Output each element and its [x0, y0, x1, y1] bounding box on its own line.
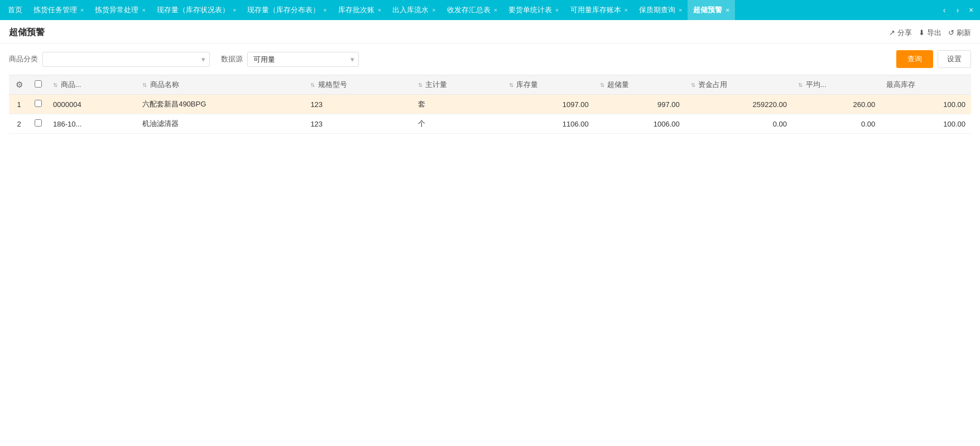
filter-category: 商品分类 — [9, 52, 210, 67]
filter-datasource: 数据源 可用量 库存量 — [221, 52, 359, 67]
row-avg-1: 0.00 — [792, 114, 881, 134]
datasource-select-wrapper: 可用量 库存量 — [247, 52, 359, 67]
category-select[interactable] — [42, 52, 210, 67]
sort-icon-capital[interactable]: ⇅ — [691, 82, 695, 88]
settings-button[interactable]: 设置 — [938, 50, 971, 68]
row-select-0[interactable] — [35, 100, 42, 107]
category-select-wrapper — [42, 52, 210, 67]
nav-arrows: ‹ › × — [938, 0, 978, 20]
share-label: 分享 — [897, 28, 912, 38]
sort-icon-code[interactable]: ⇅ — [53, 82, 57, 88]
nav-item-1[interactable]: 拣货任务管理 × — [28, 0, 89, 20]
nav-close-4[interactable]: × — [323, 0, 326, 20]
table-header-row: ⚙ ⇅ 商品... ⇅ 商品名称 ⇅ 规格型号 — [9, 75, 971, 95]
nav-prev-button[interactable]: ‹ — [938, 0, 951, 20]
col-product-name: ⇅ 商品名称 — [137, 75, 305, 95]
nav-close-3[interactable]: × — [233, 0, 236, 20]
row-spec-1: 123 — [305, 114, 412, 134]
nav-close-2[interactable]: × — [142, 0, 145, 20]
col-label-over: 超储量 — [607, 80, 629, 89]
nav-close-8[interactable]: × — [555, 0, 559, 20]
col-label-max: 最高库存 — [886, 80, 915, 89]
sort-icon-stock[interactable]: ⇅ — [509, 82, 513, 88]
filter-actions: 查询 设置 — [896, 50, 971, 68]
share-button[interactable]: ↗ 分享 — [889, 28, 912, 38]
gear-button[interactable]: ⚙ — [16, 80, 23, 90]
col-product-code: ⇅ 商品... — [47, 75, 137, 95]
row-avg-0: 260.00 — [792, 95, 881, 114]
filter-area: 商品分类 数据源 可用量 库存量 查询 设置 — [0, 43, 980, 75]
nav-label-11: 超储预警 — [693, 0, 722, 20]
nav-close-5[interactable]: × — [378, 0, 381, 20]
nav-label-5: 库存批次账 — [338, 0, 374, 20]
row-name-0: 六配套新昌490BPG — [137, 95, 305, 114]
row-over-storage-0: 997.00 — [594, 95, 685, 114]
table-body: 1 0000004 六配套新昌490BPG 123 套 1097.00 997.… — [9, 95, 971, 134]
share-icon: ↗ — [889, 28, 895, 37]
nav-item-9[interactable]: 可用量库存账本 × — [565, 0, 633, 20]
nav-item-10[interactable]: 保质期查询 × — [633, 0, 688, 20]
nav-label-4: 现存量（库存分布表） — [247, 0, 320, 20]
row-select-1[interactable] — [35, 119, 42, 127]
nav-label-6: 出入库流水 — [392, 0, 429, 20]
col-label-code: 商品... — [61, 80, 81, 89]
row-unit-1: 个 — [412, 114, 503, 134]
nav-label-1: 拣货任务管理 — [33, 0, 77, 20]
category-label: 商品分类 — [9, 54, 38, 64]
export-icon: ⬇ — [919, 28, 925, 37]
sort-icon-over[interactable]: ⇅ — [600, 82, 604, 88]
datasource-select[interactable]: 可用量 库存量 — [247, 52, 359, 67]
nav-item-7[interactable]: 收发存汇总表 × — [441, 0, 503, 20]
row-index-0: 1 — [9, 95, 29, 114]
sort-icon-name[interactable]: ⇅ — [142, 82, 147, 88]
select-all-checkbox[interactable] — [35, 80, 42, 88]
nav-close-7[interactable]: × — [494, 0, 497, 20]
nav-item-6[interactable]: 出入库流水 × — [387, 0, 441, 20]
row-spec-0: 123 — [305, 95, 412, 114]
row-max-stock-0: 100.00 — [881, 95, 971, 114]
refresh-button[interactable]: ↺ 刷新 — [948, 28, 971, 38]
nav-close-10[interactable]: × — [679, 0, 682, 20]
col-label-unit: 主计量 — [425, 80, 447, 89]
nav-item-8[interactable]: 要货单统计表 × — [503, 0, 564, 20]
export-button[interactable]: ⬇ 导出 — [919, 28, 941, 38]
header-actions: ↗ 分享 ⬇ 导出 ↺ 刷新 — [889, 28, 971, 38]
row-unit-0: 套 — [412, 95, 503, 114]
top-navigation: 首页 拣货任务管理 × 拣货异常处理 × 现存量（库存状况表） × 现存量（库存… — [0, 0, 980, 20]
nav-close-9[interactable]: × — [624, 0, 628, 20]
col-gear: ⚙ — [9, 75, 29, 95]
nav-next-button[interactable]: › — [951, 0, 964, 20]
table-container: ⚙ ⇅ 商品... ⇅ 商品名称 ⇅ 规格型号 — [0, 75, 980, 134]
table-row: 2 186-10... 机油滤清器 123 个 1106.00 1006.00 … — [9, 114, 971, 134]
nav-close-11[interactable]: × — [726, 0, 729, 20]
sort-icon-spec[interactable]: ⇅ — [310, 82, 315, 88]
row-max-stock-1: 100.00 — [881, 114, 971, 134]
nav-item-home[interactable]: 首页 — [2, 0, 28, 20]
nav-item-4[interactable]: 现存量（库存分布表） × — [242, 0, 332, 20]
col-checkbox — [29, 75, 47, 95]
nav-label-7: 收发存汇总表 — [447, 0, 491, 20]
nav-label-home: 首页 — [8, 0, 22, 20]
refresh-icon: ↺ — [948, 28, 954, 37]
row-index-1: 2 — [9, 114, 29, 134]
nav-label-10: 保质期查询 — [639, 0, 675, 20]
nav-item-11[interactable]: 超储预警 × — [688, 0, 734, 20]
col-capital: ⇅ 资金占用 — [685, 75, 792, 95]
col-unit: ⇅ 主计量 — [412, 75, 503, 95]
col-label-avg: 平均... — [806, 80, 827, 89]
nav-more-button[interactable]: × — [964, 0, 978, 20]
col-label-name: 商品名称 — [150, 80, 179, 89]
nav-close-6[interactable]: × — [432, 0, 435, 20]
nav-item-2[interactable]: 拣货异常处理 × — [89, 0, 151, 20]
page-container: 超储预警 ↗ 分享 ⬇ 导出 ↺ 刷新 商品分类 — [0, 20, 980, 446]
row-stock-1: 1106.00 — [503, 114, 594, 134]
sort-icon-avg[interactable]: ⇅ — [798, 82, 803, 88]
nav-item-3[interactable]: 现存量（库存状况表） × — [151, 0, 242, 20]
col-label-capital: 资金占用 — [698, 80, 727, 89]
query-button[interactable]: 查询 — [896, 50, 933, 68]
nav-close-1[interactable]: × — [80, 0, 84, 20]
col-spec: ⇅ 规格型号 — [305, 75, 412, 95]
row-code-0: 0000004 — [47, 95, 137, 114]
sort-icon-unit[interactable]: ⇅ — [418, 82, 422, 88]
nav-item-5[interactable]: 库存批次账 × — [333, 0, 387, 20]
